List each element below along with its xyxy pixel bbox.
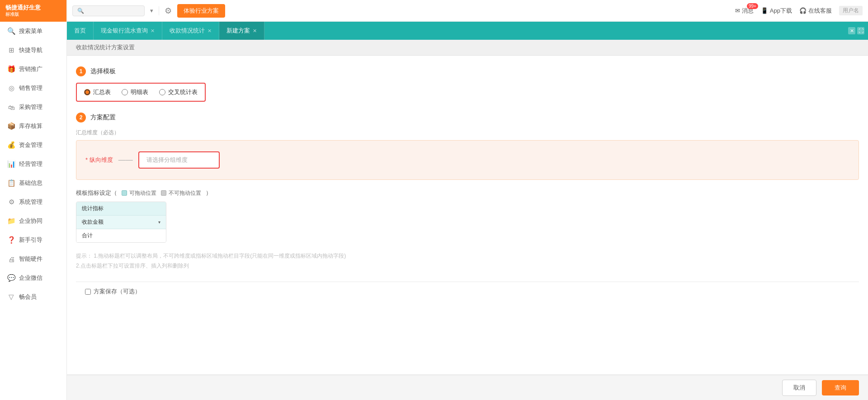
step1-number: 1 — [76, 66, 86, 76]
finance-icon: 💰 — [7, 141, 15, 149]
topbar-dropdown-icon[interactable]: ▾ — [150, 7, 153, 14]
sidebar-item-hardware[interactable]: 🖨 智能硬件 — [0, 249, 66, 268]
inventory-icon: 📦 — [7, 122, 15, 130]
tab-receipt-close[interactable]: ✕ — [208, 28, 212, 34]
save-option-label[interactable]: 方案保存（可选） — [85, 287, 141, 296]
sidebar-item-label: 畅会员 — [19, 293, 37, 301]
metrics-section: 模板指标设定（ 可拖动位置 不可拖动位置 ） — [76, 189, 859, 244]
member-icon: ▽ — [7, 293, 15, 301]
save-option-section: 方案保存（可选） — [76, 282, 859, 301]
system-icon: ⚙ — [7, 198, 15, 206]
metrics-config-suffix: ） — [206, 189, 212, 197]
app-name: 畅捷通好生意 — [5, 4, 41, 11]
user-label[interactable]: 用户名 — [839, 6, 863, 15]
template-summary[interactable]: 汇总表 — [84, 88, 111, 96]
metrics-col-label: 收款金额 — [82, 218, 104, 226]
summary-dim-label: 汇总维度（必选） — [76, 129, 859, 136]
template-detail[interactable]: 明细表 — [122, 88, 148, 96]
download-button[interactable]: 📱 App下载 — [761, 7, 792, 15]
settings-icon[interactable]: ⚙ — [165, 6, 172, 16]
close-window-button[interactable]: ✕ — [848, 27, 855, 34]
step1-title: 选择模板 — [90, 67, 116, 75]
message-button[interactable]: ✉ 消息 99+ — [735, 7, 754, 15]
tab-receipt-label: 收款情况统计 — [170, 27, 205, 35]
sidebar-item-basic-info[interactable]: 📋 基础信息 — [0, 174, 66, 193]
sales-icon: ◎ — [7, 84, 15, 92]
sidebar-item-finance[interactable]: 💰 资金管理 — [0, 136, 66, 155]
topbar-right: ✉ 消息 99+ 📱 App下载 🎧 在线客服 用户名 — [735, 6, 863, 15]
tab-bank-close[interactable]: ✕ — [151, 28, 155, 34]
template-cross[interactable]: 交叉统计表 — [159, 88, 198, 96]
tab-new-plan-label: 新建方案 — [226, 27, 250, 35]
step1-header: 1 选择模板 — [76, 66, 859, 76]
sidebar-item-search[interactable]: 🔍 搜索菜单 — [0, 22, 66, 41]
chevron-down-icon: ▾ — [158, 220, 160, 225]
tab-new-plan-close[interactable]: ✕ — [253, 28, 257, 34]
hint-1: 提示： 1.拖动标题栏可以调整布局，不可跨维度或指标区域拖动栏目字段(只能在同一… — [76, 251, 859, 261]
step2-section: 2 方案配置 汇总维度（必选） * 纵向维度 —— 请选择分组维度 — [76, 113, 859, 271]
sidebar-item-wechat[interactable]: 💬 企业微信 — [0, 268, 66, 287]
support-button[interactable]: 🎧 在线客服 — [799, 7, 832, 15]
vertical-dim-label: * 纵向维度 — [85, 156, 113, 164]
hints-area: 提示： 1.拖动标题栏可以调整布局，不可跨维度或指标区域拖动栏目字段(只能在同一… — [76, 251, 859, 271]
support-icon: 🎧 — [799, 7, 807, 14]
metrics-label-row: 模板指标设定（ 可拖动位置 不可拖动位置 ） — [76, 189, 859, 197]
window-controls: ✕ ⛶ — [848, 22, 868, 40]
topbar-search-box[interactable]: 🔍 — [72, 5, 145, 16]
tab-bank[interactable]: 现金银行流水查询 ✕ — [94, 22, 162, 40]
form-body: 1 选择模板 汇总表 明细表 交叉统计表 — [67, 56, 868, 374]
sidebar-item-system[interactable]: ⚙ 系统管理 — [0, 193, 66, 212]
dimension-area: * 纵向维度 —— 请选择分组维度 — [76, 140, 859, 180]
sidebar-item-guide[interactable]: ❓ 新手引导 — [0, 231, 66, 249]
sidebar-item-nav[interactable]: ⊞ 快捷导航 — [0, 41, 66, 60]
cross-label: 交叉统计表 — [168, 88, 198, 96]
step2-title: 方案配置 — [90, 113, 116, 122]
step1-section: 1 选择模板 汇总表 明细表 交叉统计表 — [76, 66, 859, 102]
sidebar-item-label: 销售管理 — [19, 84, 42, 92]
tab-receipt[interactable]: 收款情况统计 ✕ — [162, 22, 219, 40]
sidebar-item-purchase[interactable]: 🛍 采购管理 — [0, 98, 66, 117]
topbar-search-icon: 🔍 — [77, 8, 84, 14]
fixed-legend: 不可拖动位置 — [161, 189, 201, 197]
hardware-icon: 🖨 — [7, 255, 15, 263]
dim-row: * 纵向维度 —— 请选择分组维度 — [85, 151, 849, 169]
topbar-divider — [159, 6, 159, 15]
sidebar-item-management[interactable]: 📊 经营管理 — [0, 155, 66, 174]
summary-radio[interactable] — [84, 89, 90, 95]
sidebar-logo: 畅捷通好生意 标准版 — [0, 0, 66, 22]
save-checkbox[interactable] — [85, 289, 91, 295]
sidebar-item-label: 经营管理 — [19, 160, 42, 168]
trial-button[interactable]: 体验行业方案 — [177, 4, 225, 18]
sidebar-item-inventory[interactable]: 📦 库存核算 — [0, 117, 66, 136]
detail-radio[interactable] — [122, 89, 128, 95]
sidebar-item-label: 快捷导航 — [19, 46, 42, 54]
sidebar-item-label: 企业微信 — [19, 274, 42, 282]
maximize-window-button[interactable]: ⛶ — [857, 27, 864, 34]
sidebar-item-label: 营销推广 — [19, 65, 42, 73]
sidebar-item-marketing[interactable]: 🎁 营销推广 — [0, 60, 66, 79]
cross-radio[interactable] — [159, 89, 165, 95]
sidebar-item-member[interactable]: ▽ 畅会员 — [0, 287, 66, 306]
tab-new-plan[interactable]: 新建方案 ✕ — [219, 22, 264, 40]
metrics-row-total: 合计 — [76, 229, 166, 242]
query-button[interactable]: 查询 — [822, 380, 859, 395]
sidebar-item-collab[interactable]: 📁 企业协同 — [0, 212, 66, 231]
sidebar-item-label: 基础信息 — [19, 179, 42, 187]
draggable-dot — [122, 190, 127, 196]
tab-home[interactable]: 首页 — [67, 22, 94, 40]
tabs-bar: 首页 现金银行流水查询 ✕ 收款情况统计 ✕ 新建方案 ✕ ✕ ⛶ — [67, 22, 868, 40]
dim-select[interactable]: 请选择分组维度 — [138, 151, 220, 169]
sidebar-item-label: 采购管理 — [19, 103, 42, 111]
wechat-icon: 💬 — [7, 274, 15, 282]
cancel-button[interactable]: 取消 — [782, 380, 816, 396]
fixed-dot — [161, 190, 166, 196]
download-label: App下载 — [770, 7, 792, 15]
template-options: 汇总表 明细表 交叉统计表 — [76, 83, 206, 102]
content-area: 收款情况统计方案设置 1 选择模板 汇总表 明细表 — [67, 40, 868, 375]
step2-number: 2 — [76, 113, 86, 122]
hint-2: 2.点击标题栏下拉可设置排序、插入列和删除列 — [76, 261, 859, 271]
step2-header: 2 方案配置 — [76, 113, 859, 122]
draggable-label: 可拖动位置 — [129, 189, 156, 197]
metrics-col-header[interactable]: 收款金额 ▾ — [76, 216, 166, 229]
sidebar-item-sales[interactable]: ◎ 销售管理 — [0, 79, 66, 98]
